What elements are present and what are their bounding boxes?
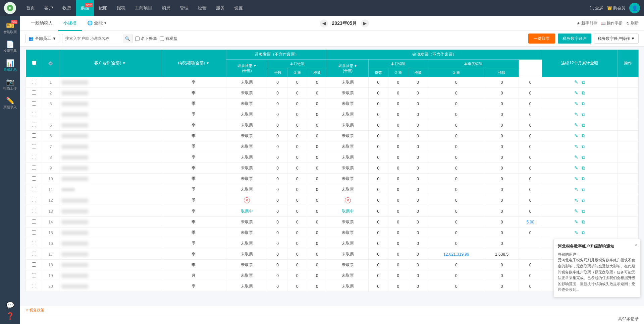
row-checkbox[interactable] bbox=[32, 187, 36, 191]
row-checkbox-cell[interactable] bbox=[26, 238, 42, 249]
copy-btn[interactable]: ⧉ bbox=[581, 90, 586, 95]
prev-month-btn[interactable]: ◀ bbox=[320, 19, 328, 27]
edit-btn[interactable]: ✎ bbox=[573, 198, 579, 203]
one-click-fetch-btn[interactable]: 一键取票 bbox=[528, 34, 555, 44]
row-checkbox-cell[interactable] bbox=[26, 217, 42, 228]
edit-btn[interactable]: ✎ bbox=[573, 112, 579, 117]
edit-btn[interactable]: ✎ bbox=[573, 219, 579, 224]
copy-btn[interactable]: ⧉ bbox=[581, 112, 586, 117]
copy-btn[interactable]: ⧉ bbox=[581, 208, 586, 214]
row-checkbox[interactable] bbox=[32, 230, 36, 235]
row-checkbox-cell[interactable] bbox=[26, 77, 42, 88]
edit-btn[interactable]: ✎ bbox=[573, 230, 579, 235]
search-input[interactable] bbox=[62, 34, 123, 43]
nav-settings[interactable]: 设置 bbox=[229, 0, 248, 16]
copy-btn[interactable]: ⧉ bbox=[581, 219, 586, 224]
search-button[interactable]: 🔍 bbox=[123, 34, 132, 43]
edit-btn[interactable]: ✎ bbox=[573, 176, 579, 181]
edit-btn[interactable]: ✎ bbox=[573, 187, 579, 192]
nav-customer[interactable]: 客户 bbox=[40, 0, 58, 16]
row-checkbox-cell[interactable] bbox=[26, 281, 42, 292]
row-checkbox[interactable] bbox=[32, 90, 36, 95]
sidebar-item-invoice-summary[interactable]: 📊 票据汇总 bbox=[1, 56, 19, 74]
digital-account-op-btn[interactable]: 税务数字账户操作 ▼ bbox=[594, 34, 639, 44]
row-checkbox[interactable] bbox=[32, 155, 36, 159]
new-guide-btn[interactable]: ★ 新手引导 bbox=[577, 20, 597, 26]
row-checkbox[interactable] bbox=[32, 219, 36, 224]
tab-general-taxpayer[interactable]: 一般纳税人 bbox=[25, 16, 58, 31]
message-icon[interactable]: 💬 bbox=[6, 301, 14, 309]
nav-service[interactable]: 服务 bbox=[211, 0, 229, 16]
row-checkbox[interactable] bbox=[32, 198, 36, 202]
row-checkbox-cell[interactable] bbox=[26, 131, 42, 141]
edit-btn[interactable]: ✎ bbox=[573, 144, 579, 149]
edit-btn[interactable]: ✎ bbox=[573, 122, 579, 128]
nav-billing[interactable]: 收费 bbox=[58, 0, 76, 16]
copy-btn[interactable]: ⧉ bbox=[581, 187, 586, 192]
row-checkbox-cell[interactable] bbox=[26, 152, 42, 163]
help-icon[interactable]: ❓ bbox=[6, 312, 14, 320]
edit-btn[interactable]: ✎ bbox=[573, 90, 579, 95]
under-account-check[interactable] bbox=[135, 37, 140, 41]
row-checkbox-cell[interactable] bbox=[26, 195, 42, 206]
sidebar-item-smart-ticket[interactable]: 🎫 智能取票 new bbox=[1, 19, 19, 37]
nav-invoice[interactable]: 票据 new bbox=[76, 0, 94, 16]
row-checkbox[interactable] bbox=[32, 144, 36, 148]
copy-btn[interactable]: ⧉ bbox=[581, 144, 586, 149]
under-account-checkbox[interactable]: 名下账套 bbox=[135, 36, 157, 42]
digital-account-btn[interactable]: 税务数字账户 bbox=[558, 34, 591, 44]
tab-all[interactable]: 🌐 全能 ▼ bbox=[82, 16, 112, 31]
sidebar-item-scan-upload[interactable]: 📷 扫描上传 bbox=[1, 75, 19, 93]
qtr-amount-link[interactable]: 12,621,319.99 bbox=[443, 252, 469, 257]
nav-message[interactable]: 消息 bbox=[157, 0, 175, 16]
row-checkbox[interactable] bbox=[32, 133, 36, 138]
nav-manage[interactable]: 管理 bbox=[175, 0, 193, 16]
edit-btn[interactable]: ✎ bbox=[573, 165, 579, 171]
row-checkbox[interactable] bbox=[32, 123, 36, 127]
row-checkbox-cell[interactable] bbox=[26, 249, 42, 260]
sidebar-item-invoice-open[interactable]: 📄 发票开具 bbox=[1, 38, 19, 56]
row-checkbox-cell[interactable] bbox=[26, 120, 42, 131]
has-tax-disk-checkbox[interactable]: 有税盘 bbox=[160, 36, 177, 42]
row-checkbox-cell[interactable] bbox=[26, 206, 42, 217]
copy-btn[interactable]: ⧉ bbox=[581, 79, 586, 85]
row-checkbox-cell[interactable] bbox=[26, 270, 42, 281]
copy-btn[interactable]: ⧉ bbox=[581, 122, 586, 128]
row-checkbox[interactable] bbox=[32, 166, 36, 170]
copy-btn[interactable]: ⧉ bbox=[581, 133, 586, 138]
row-checkbox-cell[interactable] bbox=[26, 88, 42, 99]
user-avatar[interactable]: 👤 bbox=[629, 3, 640, 13]
copy-btn[interactable]: ⧉ bbox=[581, 176, 586, 181]
row-checkbox-cell[interactable] bbox=[26, 109, 42, 120]
nav-tax[interactable]: 报税 bbox=[112, 0, 130, 16]
nav-operation[interactable]: 经营 bbox=[193, 0, 211, 16]
edit-btn[interactable]: ✎ bbox=[573, 79, 579, 85]
next-month-btn[interactable]: ▶ bbox=[361, 19, 369, 27]
row-checkbox-cell[interactable] bbox=[26, 141, 42, 152]
copy-btn[interactable]: ⧉ bbox=[581, 165, 586, 171]
row-checkbox-cell[interactable] bbox=[26, 260, 42, 270]
copy-btn[interactable]: ⧉ bbox=[581, 230, 586, 235]
employee-select[interactable]: 👥 全部员工 ▼ bbox=[25, 34, 59, 43]
nav-business[interactable]: 工商项目 bbox=[130, 0, 157, 16]
row-checkbox[interactable] bbox=[32, 101, 36, 106]
copy-btn[interactable]: ⧉ bbox=[581, 154, 586, 160]
has-tax-disk-check[interactable] bbox=[160, 37, 164, 41]
notification-close-btn[interactable]: × bbox=[635, 241, 638, 249]
row-checkbox[interactable] bbox=[32, 252, 36, 256]
copy-btn[interactable]: ⧉ bbox=[581, 198, 586, 203]
nav-home[interactable]: 首页 bbox=[21, 0, 40, 16]
sidebar-item-invoice-entry[interactable]: ✏️ 票据录入 bbox=[1, 94, 19, 112]
row-checkbox[interactable] bbox=[32, 112, 36, 116]
manual-btn[interactable]: 📖 操作手册 bbox=[601, 20, 623, 26]
copy-btn[interactable]: ⧉ bbox=[581, 101, 586, 106]
cumulative-amount-link[interactable]: 5.00 bbox=[526, 220, 534, 224]
row-checkbox[interactable] bbox=[32, 209, 36, 213]
fullscreen-btn[interactable]: ⛶ 全屏 bbox=[590, 5, 603, 11]
row-checkbox[interactable] bbox=[32, 262, 36, 267]
tax-policy-bar[interactable]: ⊙ 税务政策 bbox=[20, 306, 644, 314]
nav-accounting[interactable]: 记账 bbox=[94, 0, 112, 16]
edit-btn[interactable]: ✎ bbox=[573, 133, 579, 138]
refresh-btn[interactable]: ↻ 刷新 bbox=[626, 20, 639, 26]
edit-btn[interactable]: ✎ bbox=[573, 154, 579, 160]
